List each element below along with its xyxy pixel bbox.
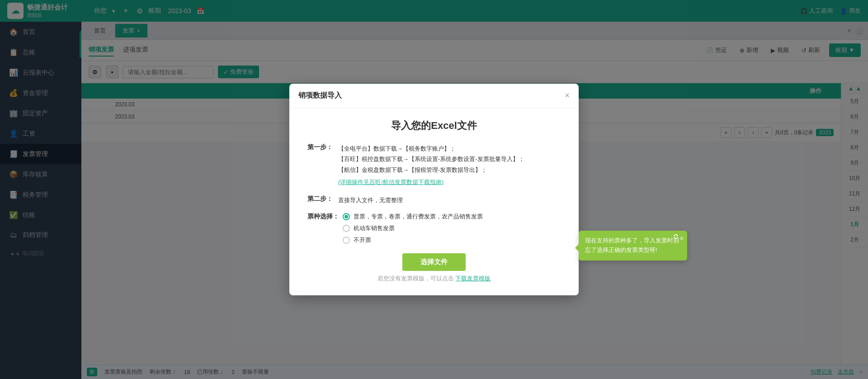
radio-circle-1 xyxy=(343,213,350,220)
step1-label: 第一步： xyxy=(307,143,335,188)
modal-title: 销项数据导入 xyxy=(298,91,342,100)
import-modal: 销项数据导入 × 导入您的Excel文件 第一步： 【全电平台】数据下载→【税务… xyxy=(289,84,579,295)
modal-overlay: 销项数据导入 × 导入您的Excel文件 第一步： 【全电平台】数据下载→【税务… xyxy=(0,0,868,379)
modal-heading: 导入您的Excel文件 xyxy=(307,119,561,133)
download-template-link[interactable]: 下载发票模版 xyxy=(455,275,491,282)
radio-dot-1 xyxy=(344,215,348,218)
radio-option-3[interactable]: 不开票 xyxy=(343,236,483,244)
radio-circle-3 xyxy=(343,237,350,244)
step2-row: 第二步： 直接导入文件，无需整理 xyxy=(307,195,561,205)
modal-close-btn[interactable]: × xyxy=(565,91,570,100)
guide-link[interactable]: (详细操作见百旺/航信发票数据下载指南) xyxy=(338,179,443,185)
step1-line1: 【全电平台】数据下载→【税务数字账户】； xyxy=(338,143,524,154)
tooltip-text: 现在支持的票种多了，导入发票时别忘了选择正确的发票类型呀! xyxy=(585,237,679,253)
step1-line2: 【百旺】税控盘数据下载→【系统设置-系统参数设置-发票批量导入】； xyxy=(338,154,524,164)
step2-content: 直接导入文件，无需整理 xyxy=(338,195,403,205)
tooltip-close-btn[interactable]: × xyxy=(680,233,684,243)
step1-content: 【全电平台】数据下载→【税务数字账户】； 【百旺】税控盘数据下载→【系统设置-系… xyxy=(338,143,524,188)
radio-options: 普票，专票，卷票，通行费发票，农产品销售发票 机动车销售发票 不开票 xyxy=(343,213,483,244)
modal-header: 销项数据导入 × xyxy=(289,84,579,108)
tooltip-bubble: × 现在支持的票种多了，导入发票时别忘了选择正确的发票类型呀! xyxy=(579,231,687,261)
step1-row: 第一步： 【全电平台】数据下载→【税务数字账户】； 【百旺】税控盘数据下载→【系… xyxy=(307,143,561,188)
tooltip-connector-line xyxy=(666,236,679,237)
modal-footer-note: 若您没有发票模版，可以点击 下载发票模版 xyxy=(307,275,561,283)
radio-option-1[interactable]: 普票，专票，卷票，通行费发票，农产品销售发票 xyxy=(343,213,483,221)
step1-line3: 【航信】金税盘数据下载→【报税管理-发票数据导出】； xyxy=(338,165,524,175)
select-file-btn[interactable]: 选择文件 xyxy=(402,253,466,271)
radio-option-2[interactable]: 机动车销售发票 xyxy=(343,224,483,232)
modal-body: 导入您的Excel文件 第一步： 【全电平台】数据下载→【税务数字账户】； 【百… xyxy=(289,108,579,295)
ticket-selection-row: 票种选择： 普票，专票，卷票，通行费发票，农产品销售发票 机动车销售发票 xyxy=(307,213,561,244)
radio-circle-2 xyxy=(343,225,350,232)
ticket-label: 票种选择： xyxy=(307,213,339,244)
step2-label: 第二步： xyxy=(307,195,335,205)
